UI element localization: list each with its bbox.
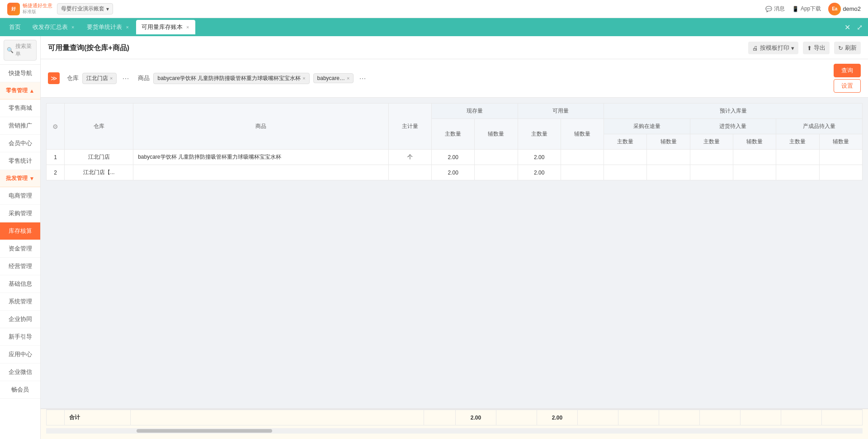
warehouse-more-icon[interactable]: ··· — [120, 74, 131, 83]
footer-label: 合计 — [65, 410, 131, 425]
th-group-stock: 现存量 — [432, 104, 518, 119]
tab-receive-label: 收发存汇总表 — [33, 23, 68, 31]
app-label: App下载 — [801, 5, 821, 13]
footer-incoming-main — [700, 410, 741, 425]
sidebar-item-basic[interactable]: 基础信息 — [0, 275, 40, 293]
th-group-purchase: 采购在途量 — [604, 119, 690, 134]
industry-label: 母婴行业演示账套 — [61, 5, 104, 13]
content-area: 可用量查询(按仓库+商品) 🖨 按模板打印 ▾ ⬆ 导出 ↻ 刷新 — [41, 36, 868, 439]
product-filter-label: 商品 — [138, 74, 150, 82]
query-button[interactable]: 查询 — [834, 64, 861, 77]
top-bar-left: 好 畅捷通好生意 标准版 母婴行业演示账套 ▾ — [7, 3, 113, 15]
sidebar-item-wholesale-header[interactable]: 批发管理 ▼ — [0, 170, 40, 187]
app-download-button[interactable]: 📱 App下载 — [792, 5, 821, 13]
product-tag2-close[interactable]: × — [347, 76, 349, 81]
tab-available-close[interactable]: × — [185, 24, 190, 30]
th-incoming-aux: 辅数量 — [733, 134, 776, 150]
tab-order-close[interactable]: × — [125, 24, 129, 30]
cell-stock-main: 2.00 — [432, 165, 475, 180]
warehouse-tag-close[interactable]: × — [110, 76, 113, 81]
message-button[interactable]: 💬 消息 — [765, 5, 785, 13]
footer-stock-aux — [496, 410, 537, 425]
data-table: ⚙ 仓库 商品 主计量 现存量 可用量 预计入库量 主数量 辅数量 主数量 辅数… — [46, 103, 863, 180]
footer-total-row: 合计 2.00 2.00 — [47, 410, 863, 425]
sidebar-item-operations[interactable]: 经营管理 — [0, 258, 40, 275]
product-filter-tag1[interactable]: babycare学饮杯 儿童防摔防撞吸管杯重力球吸嘴杯宝宝水杯 × — [153, 73, 309, 84]
sidebar-item-retail-header[interactable]: 零售管理 ▲ — [0, 82, 40, 99]
th-settings: ⚙ — [47, 104, 65, 150]
product-more-icon[interactable]: ··· — [357, 74, 368, 83]
cell-produced-main — [776, 150, 819, 165]
print-button[interactable]: 🖨 按模板打印 ▾ — [748, 42, 798, 54]
settings-icon[interactable]: ⚙ — [52, 123, 58, 130]
footer-stock-main: 2.00 — [456, 410, 496, 425]
search-menu-button[interactable]: 🔍 搜索菜单 — [4, 40, 37, 61]
tab-receive[interactable]: 收发存汇总表 × — [27, 20, 80, 34]
th-purchase-main: 主数量 — [604, 134, 647, 150]
tab-expand-icon[interactable]: ⤢ — [855, 21, 864, 33]
expand-icon: ▼ — [29, 175, 35, 182]
footer-empty3 — [424, 410, 456, 425]
sidebar-item-retail-stats[interactable]: 零售统计 — [0, 152, 40, 170]
sidebar-item-enterprise[interactable]: 企业协同 — [0, 311, 40, 328]
sidebar-item-apps[interactable]: 应用中心 — [0, 346, 40, 363]
cell-purchase-main — [604, 150, 647, 165]
cell-incoming-aux — [733, 165, 776, 180]
th-group-available: 可用量 — [518, 104, 604, 119]
footer-incoming-aux — [741, 410, 781, 425]
th-group-produced: 产成品待入量 — [776, 119, 863, 134]
sidebar-item-shortcut[interactable]: 快捷导航 — [0, 65, 40, 82]
th-available-main: 主数量 — [518, 119, 561, 150]
message-label: 消息 — [774, 5, 785, 13]
page-title-row: 可用量查询(按仓库+商品) 🖨 按模板打印 ▾ ⬆ 导出 ↻ 刷新 — [48, 42, 861, 54]
cell-available-aux — [561, 165, 604, 180]
print-chevron: ▾ — [791, 45, 794, 52]
warehouse-filter-tag[interactable]: 江北门店 × — [82, 73, 117, 84]
cell-unit: 个 — [388, 150, 431, 165]
tab-close-all-icon[interactable]: ✕ — [843, 21, 852, 33]
tab-available[interactable]: 可用量库存账本 × — [136, 20, 195, 34]
collapse-icon: ▲ — [29, 88, 35, 94]
export-button[interactable]: ⬆ 导出 — [803, 42, 830, 54]
sidebar-item-purchase[interactable]: 采购管理 — [0, 205, 40, 222]
footer-empty1 — [47, 410, 65, 425]
cell-warehouse: 江北门店 — [65, 150, 133, 165]
sidebar-item-newbie[interactable]: 新手引导 — [0, 328, 40, 346]
sidebar-item-finance[interactable]: 资金管理 — [0, 240, 40, 258]
sidebar-item-inventory[interactable]: 库存核算 — [0, 222, 40, 240]
refresh-button[interactable]: ↻ 刷新 — [834, 42, 861, 54]
logo-area: 好 畅捷通好生意 标准版 — [7, 3, 52, 15]
tab-order[interactable]: 要货单统计表 × — [81, 20, 135, 34]
cell-no: 2 — [47, 165, 65, 180]
scrollbar-thumb — [137, 429, 272, 433]
logo-icon: 好 — [7, 3, 20, 15]
th-incoming-main: 主数量 — [690, 134, 733, 150]
message-icon: 💬 — [765, 6, 772, 12]
sidebar-item-marketing[interactable]: 营销推广 — [0, 117, 40, 135]
user-profile[interactable]: Ea demo2 — [828, 3, 861, 15]
tab-bar-actions: ✕ ⤢ — [843, 21, 864, 33]
setting-button[interactable]: 设置 — [834, 79, 861, 93]
product-tag1-close[interactable]: × — [302, 76, 305, 81]
logo-sub: 标准版 — [23, 9, 52, 15]
industry-selector[interactable]: 母婴行业演示账套 ▾ — [57, 3, 113, 14]
tab-home[interactable]: 首页 — [4, 20, 26, 34]
sidebar-item-system[interactable]: 系统管理 — [0, 293, 40, 311]
sidebar-item-vip[interactable]: 畅会员 — [0, 381, 40, 399]
footer-purchase-main — [618, 410, 659, 425]
table-row: 2江北门店【...2.002.00 — [47, 165, 863, 180]
horizontal-scrollbar[interactable] — [46, 428, 863, 434]
product-filter-tag2[interactable]: babycare… × — [313, 73, 354, 83]
sidebar-item-member[interactable]: 会员中心 — [0, 135, 40, 152]
th-stock-aux: 辅数量 — [475, 119, 518, 150]
cell-stock-aux — [475, 150, 518, 165]
filter-toggle-button[interactable]: ≫ — [48, 72, 60, 84]
refresh-icon: ↻ — [838, 45, 843, 52]
username: demo2 — [843, 5, 861, 12]
top-bar-right: 💬 消息 📱 App下载 Ea demo2 — [765, 3, 861, 15]
tab-receive-close[interactable]: × — [71, 24, 75, 30]
sidebar-item-retail-shop[interactable]: 零售商城 — [0, 99, 40, 117]
sidebar-item-ecommerce[interactable]: 电商管理 — [0, 187, 40, 205]
filter-bar: ≫ 仓库 江北门店 × ··· 商品 babycare学饮杯 儿童防摔防撞吸管杯… — [41, 59, 868, 98]
sidebar-item-wechat[interactable]: 企业微信 — [0, 363, 40, 381]
